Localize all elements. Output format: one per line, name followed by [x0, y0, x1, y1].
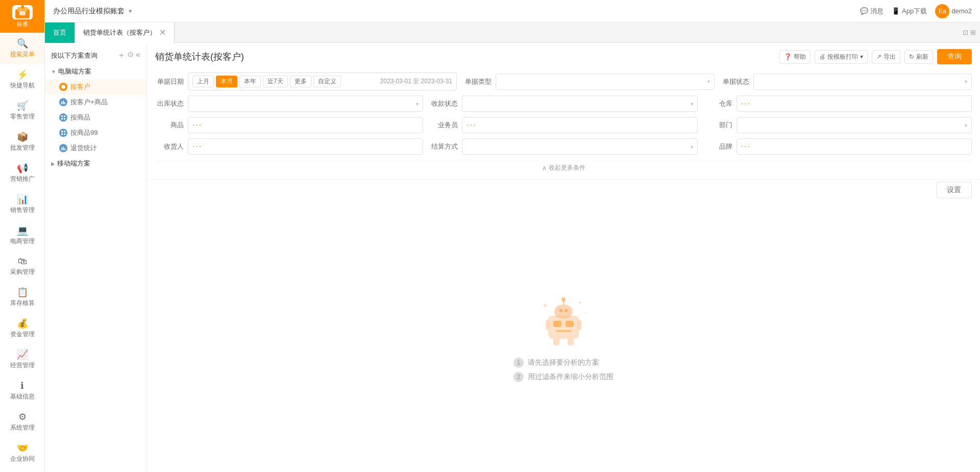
scheme-collapse-icon[interactable]: «: [136, 50, 140, 61]
sidebar-item-purchase[interactable]: 🛍 采购管理: [0, 251, 44, 281]
date-btn-custom[interactable]: 自定义: [313, 76, 341, 87]
tab-home-label: 首页: [53, 28, 66, 37]
scheme-add-icon[interactable]: ＋: [117, 50, 126, 61]
receipt-status-input[interactable]: ▾: [462, 96, 697, 112]
filter-field-brand: 品牌 ···: [704, 138, 972, 155]
sidebar-item-inventory[interactable]: 📋 库存核算: [0, 281, 44, 313]
doc-type-input[interactable]: ▾: [496, 74, 715, 90]
date-btn-this-month[interactable]: 本月: [216, 76, 237, 87]
scheme-item-return-stat[interactable]: 退货统计: [45, 140, 146, 156]
sidebar-item-wholesale[interactable]: 📦 批发管理: [0, 126, 44, 157]
print-button[interactable]: 🖨 按模板打印 ▾: [815, 50, 868, 64]
print-label: 按模板打印: [827, 53, 858, 61]
warehouse-ellipsis: ···: [741, 99, 751, 108]
date-btn-more[interactable]: 更多: [290, 76, 311, 87]
svg-rect-25: [553, 338, 559, 345]
sidebar-item-guide[interactable]: 🎯 新手引导: [0, 468, 44, 472]
tab-minimize-icon[interactable]: ⊡: [963, 29, 968, 36]
svg-rect-9: [64, 115, 65, 117]
scheme-item-by-customer[interactable]: 按客户: [45, 79, 146, 95]
date-label: 单据日期: [155, 77, 184, 86]
date-btn-this-year[interactable]: 本年: [239, 76, 261, 87]
mobile-category-label: 移动端方案: [57, 159, 90, 168]
sidebar-item-shortcut[interactable]: ⚡ 快捷导航: [0, 64, 44, 95]
topbar-dropdown-icon[interactable]: ▾: [129, 7, 132, 15]
sidebar-item-basic[interactable]: ℹ 基础信息: [0, 375, 44, 406]
scheme-item-icon: [59, 83, 67, 91]
sidebar-item-marketing[interactable]: 📢 营销推广: [0, 157, 44, 188]
receiver-input[interactable]: ···: [188, 138, 423, 155]
svg-rect-26: [568, 338, 574, 345]
salesman-input[interactable]: ···: [462, 117, 697, 133]
filter-row-3: 商品 ··· 业务员 ··· 部门: [155, 117, 972, 133]
doc-status-chevron-icon: ▾: [965, 79, 967, 84]
desktop-scheme-category-header[interactable]: ▼ 电脑端方案: [45, 64, 146, 79]
app-download-button[interactable]: 📱 App下载: [892, 7, 927, 16]
scheme-item-by-goods[interactable]: 按商品: [45, 110, 146, 125]
scheme-item-label: 按客户: [70, 82, 90, 91]
payment-input[interactable]: ▾: [462, 138, 697, 155]
hint-num-2: 2: [513, 372, 524, 382]
scheme-item-by-customer-goods[interactable]: 按客户+商品: [45, 95, 146, 110]
collapse-label: 收起更多条件: [549, 163, 585, 172]
svg-rect-21: [566, 321, 574, 327]
mobile-scheme-header[interactable]: ▶ 移动端方案: [45, 156, 146, 171]
sidebar-item-search[interactable]: 🔍 搜索菜单: [0, 33, 44, 64]
message-label: 消息: [870, 7, 884, 16]
tab-close-icon[interactable]: ✕: [159, 28, 166, 37]
marketing-icon: 📢: [17, 162, 28, 174]
scheme-item-label: 退货统计: [70, 144, 97, 153]
settings-button[interactable]: 设置: [936, 182, 972, 198]
sales-icon: 📊: [17, 194, 28, 205]
sidebar-menu: 🔍 搜索菜单 ⚡ 快捷导航 🛒 零售管理 📦 批发管理 📢 营销推广 📊 销售管…: [0, 33, 44, 472]
print-icon: 🖨: [819, 53, 825, 60]
out-status-input[interactable]: ▾: [188, 96, 423, 112]
help-button[interactable]: ❓ 帮助: [779, 50, 811, 64]
query-button[interactable]: 查询: [937, 49, 972, 64]
brand-input[interactable]: ···: [737, 138, 972, 155]
refresh-button[interactable]: ↻ 刷新: [904, 50, 933, 64]
export-icon: ↗: [876, 53, 881, 60]
empty-hint-2-text: 用过滤条件来缩小分析范围: [528, 372, 614, 382]
scheme-item-by-goods-99[interactable]: 按商品99: [45, 125, 146, 140]
message-button[interactable]: 💬 消息: [860, 7, 884, 16]
sidebar-item-operations[interactable]: 📈 经营管理: [0, 344, 44, 375]
warehouse-input[interactable]: ···: [737, 96, 972, 112]
date-btn-last-7-days[interactable]: 近7天: [263, 76, 288, 87]
date-btn-last-month[interactable]: 上月: [192, 76, 214, 87]
print-dropdown-icon: ▾: [860, 53, 863, 60]
shortcut-icon: ⚡: [17, 69, 28, 80]
svg-rect-2: [19, 11, 26, 15]
date-input[interactable]: 上月 本月 本年 近7天 更多 自定义 2023-03-01 至 2023-03…: [188, 73, 457, 90]
empty-state: ✦ ✦ ✦ 1 请先选择要分析的方案 2 用过滤条件来缩小分析范围: [147, 200, 980, 472]
sidebar-item-system[interactable]: ⚙ 系统管理: [0, 406, 44, 437]
sidebar-item-sales[interactable]: 📊 销售管理: [0, 188, 44, 220]
tab-home[interactable]: 首页: [45, 22, 75, 43]
sidebar-item-ecommerce[interactable]: 💻 电商管理: [0, 220, 44, 251]
scheme-edit-icon[interactable]: ⊙: [128, 50, 134, 61]
collapse-bar[interactable]: ∧ 收起更多条件: [155, 160, 972, 175]
logo-icon: [12, 5, 33, 19]
svg-rect-6: [63, 101, 64, 104]
tab-sales-stat[interactable]: 销货单统计表（按客户） ✕: [75, 22, 175, 43]
goods-ellipsis: ···: [192, 121, 202, 130]
scheme-panel-header: 按以下方案查询 ＋ ⊙ «: [45, 47, 146, 64]
export-button[interactable]: ↗ 导出: [872, 50, 900, 64]
sidebar-item-retail[interactable]: 🛒 零售管理: [0, 95, 44, 126]
doc-status-input[interactable]: ▾: [753, 74, 972, 90]
scheme-panel-actions: ＋ ⊙ «: [117, 50, 140, 61]
user-profile[interactable]: Ea demo2: [935, 4, 972, 18]
empty-hint-1-text: 请先选择要分析的方案: [528, 358, 599, 367]
filter-field-payment: 结算方式 ▾: [429, 138, 697, 155]
tab-maximize-icon[interactable]: ⊞: [970, 29, 976, 36]
sidebar-item-label: 基础信息: [10, 392, 35, 401]
operations-icon: 📈: [17, 349, 28, 360]
dept-input[interactable]: ▾: [737, 117, 972, 133]
goods-input[interactable]: ···: [188, 117, 423, 133]
svg-rect-11: [64, 118, 65, 120]
page-title: 销货单统计表(按客户): [155, 51, 244, 63]
svg-rect-23: [546, 320, 550, 330]
sidebar-item-cooperation[interactable]: 🤝 企业协同: [0, 437, 44, 468]
svg-text:✦: ✦: [542, 301, 548, 310]
sidebar-item-finance[interactable]: 💰 资金管理: [0, 313, 44, 344]
